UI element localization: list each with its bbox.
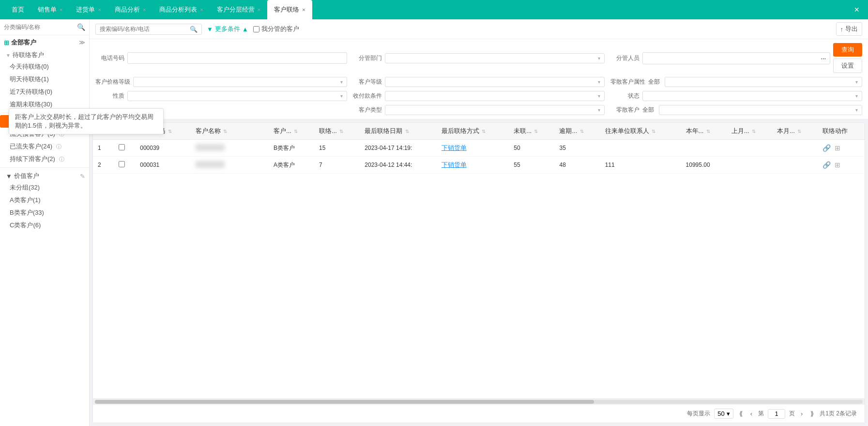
cell-overdue-2: 48 xyxy=(554,157,600,174)
my-customers-checkbox[interactable] xyxy=(253,26,259,32)
link-icon-2[interactable]: 🔗 xyxy=(822,161,831,169)
close-customer-contact-tab[interactable]: × xyxy=(302,7,305,13)
table-scroll-container[interactable]: ⚙ 客户编码 ⇅ 客户名称 ⇅ xyxy=(93,123,865,398)
gender-select[interactable]: ▾ xyxy=(127,91,347,101)
col-this-year-header[interactable]: 本年... ⇅ xyxy=(681,123,727,140)
info-icon4: ⓘ xyxy=(59,156,64,162)
prev-page-btn[interactable]: ‹ xyxy=(748,409,754,418)
tab-goods-analysis[interactable]: 商品分析 × xyxy=(108,0,152,19)
first-page-btn[interactable]: ⟪ xyxy=(737,409,745,418)
branch-dept-select[interactable]: ▾ xyxy=(385,53,605,63)
col-last-contact-date-header[interactable]: 最后联络日期 ⇅ xyxy=(360,123,437,140)
retail-customer-label: 零散客户 xyxy=(610,106,640,114)
phone-input[interactable] xyxy=(127,52,347,64)
horizontal-scrollbar[interactable] xyxy=(93,398,865,404)
scroll-track[interactable] xyxy=(95,400,863,404)
col-this-month-header[interactable]: 本月... ⇅ xyxy=(772,123,818,140)
price-level-caret-icon: ▾ xyxy=(340,79,343,85)
sidebar-item-continuous-down[interactable]: 持续下滑客户(2) ⓘ xyxy=(0,153,89,165)
link-icon-1[interactable]: 🔗 xyxy=(822,144,831,152)
gender-label: 性质 xyxy=(95,92,124,100)
customer-level-select[interactable]: ▾ xyxy=(385,77,605,87)
tab-customer-contact[interactable]: 客户联络 × xyxy=(267,0,312,19)
sidebar-item-today[interactable]: 今天待联络(0) xyxy=(0,60,89,73)
customer-table: ⚙ 客户编码 ⇅ 客户名称 ⇅ xyxy=(93,123,865,174)
page-number-input[interactable] xyxy=(768,409,785,419)
last-method-sort-icon: ⇅ xyxy=(482,129,486,134)
sidebar-item-a-class[interactable]: A类客户(1) xyxy=(0,194,89,206)
sidebar-item-ungroup[interactable]: 未分组(32) xyxy=(0,181,89,194)
retail-attr-select[interactable]: ▾ xyxy=(665,77,862,87)
all-customers-header[interactable]: ⊞ 全部客户 ≫ xyxy=(0,35,89,49)
row1-checkbox[interactable] xyxy=(119,144,125,150)
tab-goods-analysis-list[interactable]: 商品分析列表 × xyxy=(152,0,210,19)
col-category-header[interactable]: 客户... ⇅ xyxy=(269,123,314,140)
last-method-link-1[interactable]: 下销货单 xyxy=(442,144,467,151)
value-group-title[interactable]: ▼ 价值客户 ✎ xyxy=(0,170,89,181)
grid-icon-2[interactable]: ⊞ xyxy=(835,161,840,169)
col-contact-header[interactable]: 联络... ⇅ xyxy=(314,123,360,140)
retail-customer-select[interactable]: ▾ xyxy=(659,105,862,115)
cell-last-method-2[interactable]: 下销货单 xyxy=(437,157,509,174)
last-method-link-2[interactable]: 下销货单 xyxy=(442,161,467,168)
tab-purchase[interactable]: 进货单 × xyxy=(69,0,107,19)
sidebar-item-c-class[interactable]: C类客户(6) xyxy=(0,219,89,232)
cell-category-2: A类客户 xyxy=(269,157,314,174)
col-name-header[interactable]: 客户名称 ⇅ xyxy=(191,123,269,140)
close-goods-analysis-tab[interactable]: × xyxy=(143,7,146,13)
col-unreplied-header[interactable]: 未联... ⇅ xyxy=(509,123,554,140)
cell-unreplied-2: 55 xyxy=(509,157,554,174)
col-last-contact-method-header[interactable]: 最后联络方式 ⇅ xyxy=(437,123,509,140)
customer-type-label: 客户类型 xyxy=(353,106,382,114)
per-page-select[interactable]: 50 ▾ xyxy=(714,409,733,419)
next-page-btn[interactable]: › xyxy=(799,409,805,418)
pending-group-title[interactable]: ▼ 待联络客户 xyxy=(0,49,89,60)
more-conditions-btn[interactable]: ▼ 更多条件 ▲ xyxy=(207,25,248,33)
tab-home[interactable]: 首页 xyxy=(5,0,31,19)
close-purchase-tab[interactable]: × xyxy=(98,7,101,13)
sidebar-item-7days[interactable]: 近7天待联络(0) xyxy=(0,86,89,98)
filter-search-input[interactable] xyxy=(100,26,190,32)
close-all-button[interactable]: × xyxy=(850,5,863,15)
cell-unit-contacts-1 xyxy=(600,140,681,157)
col-last-month-header[interactable]: 上月... ⇅ xyxy=(727,123,772,140)
export-button[interactable]: ↑ 导出 xyxy=(836,22,863,36)
last-month-sort-icon: ⇅ xyxy=(752,129,756,134)
price-level-select[interactable]: ▾ xyxy=(133,77,347,87)
tab-sales[interactable]: 销售单 × xyxy=(31,0,69,19)
settings-button[interactable]: 设置 xyxy=(833,59,862,73)
collapse-sidebar-icon[interactable]: ≫ xyxy=(79,39,85,46)
action-buttons: 查询 设置 xyxy=(833,43,862,73)
col-overdue-header[interactable]: 逾期... ⇅ xyxy=(554,123,600,140)
grid-icon-1[interactable]: ⊞ xyxy=(835,144,840,152)
filter-row-branch-dept: 分管部门 ▾ xyxy=(353,43,605,73)
sidebar-item-b-class[interactable]: B类客户(33) xyxy=(0,206,89,219)
category-sort-icon: ⇅ xyxy=(294,129,298,134)
sidebar-item-already-lost[interactable]: 已流失客户(24) ⓘ xyxy=(0,140,89,153)
cell-last-method-1[interactable]: 下销货单 xyxy=(437,140,509,157)
close-goods-list-tab[interactable]: × xyxy=(200,7,203,13)
tab-customer-tier[interactable]: 客户分层经营 × xyxy=(210,0,267,19)
page-prefix-label: 第 xyxy=(758,410,764,418)
cell-checkbox-2[interactable] xyxy=(114,157,135,174)
row2-checkbox[interactable] xyxy=(119,161,125,167)
action-icons-2: 🔗 ⊞ xyxy=(822,161,860,169)
filter-row-retail-attr: 零散客户属性 全部 ▾ xyxy=(610,77,862,87)
sidebar-item-tomorrow[interactable]: 明天待联络(1) xyxy=(0,73,89,86)
edit-icon[interactable]: ✎ xyxy=(80,173,85,180)
sidebar-search-input[interactable] xyxy=(4,24,77,30)
pagination: 每页显示 50 ▾ ⟪ ‹ 第 页 › ⟫ 共1页 2条记录 xyxy=(93,404,865,423)
branch-person-select[interactable]: ··· xyxy=(642,52,830,64)
cell-checkbox-1[interactable] xyxy=(114,140,135,157)
close-sales-tab[interactable]: × xyxy=(60,7,62,13)
filter-search-box: 🔍 xyxy=(95,24,202,35)
query-button[interactable]: 查询 xyxy=(833,43,862,57)
col-unit-contacts-header[interactable]: 往来单位联系人 ⇅ xyxy=(600,123,681,140)
scroll-thumb[interactable] xyxy=(95,400,594,404)
customer-type-select[interactable]: ▾ xyxy=(385,105,605,115)
total-info: 共1页 2条记录 xyxy=(820,410,857,418)
last-page-btn[interactable]: ⟫ xyxy=(808,409,816,418)
status-select[interactable]: ▾ xyxy=(642,91,862,101)
payment-select[interactable]: ▾ xyxy=(385,91,605,101)
close-customer-tier-tab[interactable]: × xyxy=(258,7,260,13)
